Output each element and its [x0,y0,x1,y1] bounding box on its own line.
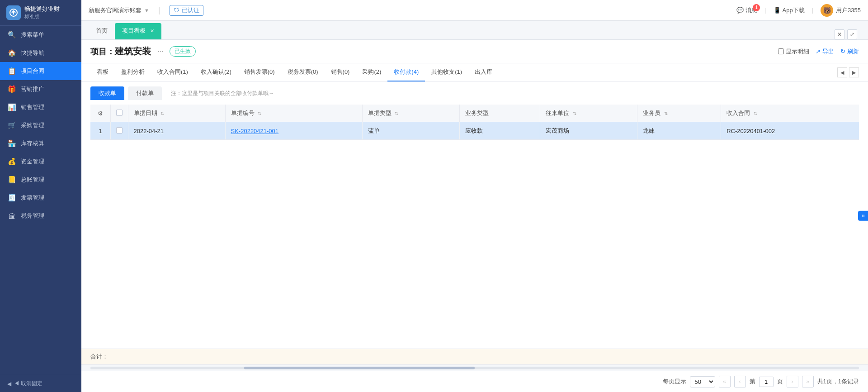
subtab-purchase[interactable]: 采购(2) [356,63,387,81]
subtab-sales[interactable]: 销售(0) [325,63,356,81]
sidebar-item-label: 资金管理 [21,158,44,166]
app-download-button[interactable]: 📱 App下载 [774,6,805,14]
export-icon: ↗ [816,48,821,55]
quick-access-icon: ≡ [861,215,866,217]
column-date[interactable]: 单据日期 ⇅ [128,105,225,122]
first-page-button[interactable]: « [719,376,731,387]
message-button[interactable]: 💬 消息 1 [736,6,757,14]
sidebar-item-invoice[interactable]: 🧾 发票管理 [0,189,81,207]
sidebar-item-label: 库存核算 [21,139,44,148]
subtab-other-expense[interactable]: 其他收支(1) [425,63,468,81]
row-checkbox[interactable] [116,127,123,134]
tab-home[interactable]: 首页 [89,23,115,39]
data-table: ⚙ 单据日期 ⇅ 单据编号 ⇅ [90,105,859,140]
innertab-receipt[interactable]: 收款单 [90,86,124,100]
subtab-board[interactable]: 看板 [90,63,115,81]
cell-check[interactable] [110,122,128,140]
purchase-icon: 🛒 [7,121,16,129]
sidebar-item-marketing[interactable]: 🎁 营销推广 [0,80,81,98]
doc-number-link[interactable]: SK-20220421-001 [231,128,279,134]
table-header-row: ⚙ 单据日期 ⇅ 单据编号 ⇅ [90,105,859,122]
subtab-income-contract[interactable]: 收入合同(1) [151,63,194,81]
project-header: 项目：建筑安装 ··· 已生效 显示明细 ↗ 导出 ↻ 刷新 [81,40,868,63]
sidebar-item-quicknav[interactable]: 🏠 快捷导航 [0,44,81,62]
show-detail-checkbox[interactable]: 显示明细 [778,48,809,56]
header-checkbox[interactable] [116,110,123,116]
tab-close-icon[interactable]: ✕ [150,28,154,33]
export-button[interactable]: ↗ 导出 [816,48,834,56]
prev-page-button[interactable]: ‹ [734,376,746,387]
sidebar-item-inventory[interactable]: 🏪 库存核算 [0,134,81,153]
cell-income-contract: RC-20220401-002 [721,122,859,140]
cell-number[interactable]: SK-20220421-001 [225,122,362,140]
close-window-button[interactable]: ✕ [835,29,844,39]
cell-date: 2022-04-21 [128,122,225,140]
sort-icon: ⇅ [160,111,164,116]
user-menu[interactable]: 🐻 用户3355 [821,4,861,17]
innertab-payment[interactable]: 付款单 [128,86,162,100]
horizontal-scrollbar[interactable] [81,364,868,371]
maximize-window-button[interactable]: ⤢ [847,29,857,39]
topbar-right: 💬 消息 1 | 📱 App下载 | 🐻 用户3355 [736,4,861,17]
sidebar-item-tax[interactable]: 🏛 税务管理 [0,207,81,225]
project-label: 项目：建筑安装 [90,45,151,57]
scrollbar-thumb[interactable] [244,367,475,369]
sidebar-item-label: 搜索菜单 [21,31,44,39]
sidebar-item-ledger[interactable]: 📒 总账管理 [0,171,81,189]
column-salesperson[interactable]: 业务员 ⇅ [637,105,721,122]
refresh-button[interactable]: ↻ 刷新 [840,48,859,56]
scrollbar-track[interactable] [90,367,859,369]
column-gear[interactable]: ⚙ [90,105,110,122]
tab-project-board[interactable]: 项目看板 ✕ [115,23,161,39]
subtab-tax-invoice[interactable]: 税务发票(0) [281,63,325,81]
sidebar-item-label: 税务管理 [21,212,44,220]
column-check [110,105,128,122]
subtab-income-confirm[interactable]: 收入确认(2) [194,63,238,81]
next-page-button[interactable]: › [787,376,798,387]
sidebar-item-sales[interactable]: 📊 销售管理 [0,98,81,116]
sidebar-item-funds[interactable]: 💰 资金管理 [0,153,81,171]
cell-type: 蓝单 [362,122,459,140]
subtabs-bar: 看板 盈利分析 收入合同(1) 收入确认(2) 销售发票(0) 税务发票(0) … [81,63,868,82]
tabs-bar: 首页 项目看板 ✕ ✕ ⤢ [81,21,868,40]
column-type[interactable]: 单据类型 ⇅ [362,105,459,122]
last-page-button[interactable]: » [802,376,814,387]
show-detail-input[interactable] [778,48,784,54]
certified-label: 已认证 [182,6,199,14]
sidebar-item-search[interactable]: 🔍 搜索菜单 [0,26,81,44]
search-icon: 🔍 [7,31,16,39]
subtab-profit[interactable]: 盈利分析 [115,63,151,81]
subtab-receipts[interactable]: 收付款(4) [387,63,425,81]
sidebar-item-label: 销售管理 [21,103,44,111]
sidebar: 畅捷通好业财 标准版 🔍 搜索菜单 🏠 快捷导航 📋 项目合同 🎁 营销推广 📊… [0,0,81,392]
demo-account-selector[interactable]: 新服务官网演示账套 ▼ [89,6,149,14]
sidebar-item-purchase[interactable]: 🛒 采购管理 [0,116,81,134]
cell-salesperson: 龙妹 [637,122,721,140]
subtab-inout[interactable]: 出入库 [468,63,499,81]
sidebar-item-project-contract[interactable]: 📋 项目合同 [0,62,81,80]
home-icon: 🏠 [7,49,16,57]
sales-icon: 📊 [7,103,16,111]
sort-icon: ⇅ [754,111,757,116]
column-partner[interactable]: 往来单位 ⇅ [540,105,637,122]
page-number-input[interactable] [759,377,774,387]
per-page-select[interactable]: 50 100 200 [690,376,715,387]
unpin-button[interactable]: ◀︎ ◀︎ 取消固定 [0,375,81,392]
refresh-icon: ↻ [840,48,845,55]
project-more-button[interactable]: ··· [157,48,163,56]
gear-icon[interactable]: ⚙ [98,110,103,117]
column-number[interactable]: 单据编号 ⇅ [225,105,362,122]
innertab-note: 注：这里是与项目关联的全部收付款单哦～ [171,90,274,97]
column-income-contract[interactable]: 收入合同 ⇅ [721,105,859,122]
subtab-prev-button[interactable]: ◀ [837,67,847,77]
sidebar-item-label: 项目合同 [21,67,44,75]
table-row[interactable]: 1 2022-04-21 SK-20220421-001 蓝单 [90,122,859,140]
subtab-next-button[interactable]: ▶ [849,67,859,77]
content-area: 项目：建筑安装 ··· 已生效 显示明细 ↗ 导出 ↻ 刷新 [81,40,868,392]
phone-icon: 📱 [774,7,781,14]
right-quick-access[interactable]: ≡ [858,211,868,221]
topbar-sep3: | [812,7,813,14]
subtab-sales-invoice[interactable]: 销售发票(0) [238,63,281,81]
dropdown-icon: ▼ [144,8,149,13]
sidebar-item-label: 总账管理 [21,176,44,184]
